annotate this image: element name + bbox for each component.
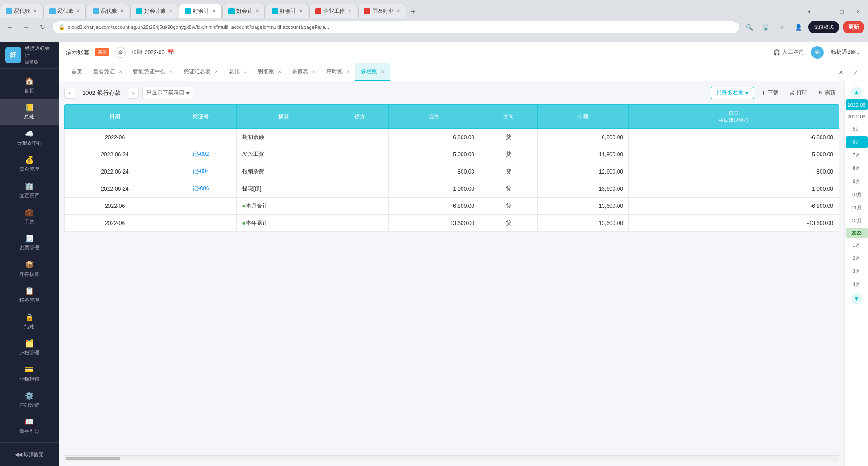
page-tab-general-ledger[interactable]: 总账✕ [223, 63, 252, 81]
page-tab-multi-column[interactable]: 多栏账✕ [355, 63, 390, 81]
browser-tab-4[interactable]: 好会计账 ✕ [130, 4, 178, 18]
page-tab-smart-center[interactable]: 智能凭证中心✕ [127, 63, 178, 81]
update-btn[interactable]: 更新 [843, 21, 864, 33]
browser-tab-3[interactable]: 易代账 ✕ [87, 4, 129, 18]
profile-icon[interactable]: 👤 [792, 21, 805, 33]
sidebar-item-close[interactable]: 🔒 结账 [0, 308, 59, 334]
service-btn[interactable]: 🎧 人工咨询 [774, 48, 804, 56]
sidebar-item-member[interactable]: 👤 畅会员 [0, 439, 59, 442]
page-tab-balance-table[interactable]: 余额表✕ [287, 63, 321, 81]
page-tab-close-multi-column[interactable]: ✕ [381, 69, 384, 74]
star-icon[interactable]: ☆ [776, 21, 788, 33]
close-panel-icon[interactable]: ✕ [835, 67, 846, 78]
date-nav-item[interactable]: 5月 [846, 123, 868, 135]
tab-close-btn[interactable]: ✕ [396, 9, 400, 14]
page-tab-close-sequence-account[interactable]: ✕ [346, 69, 350, 74]
date-nav-item[interactable]: 8月 [846, 162, 868, 174]
date-nav-item[interactable]: 12月 [846, 215, 868, 227]
page-tab-close-voucher-view[interactable]: ✕ [118, 69, 122, 74]
scroll-down-btn[interactable]: ▼ [851, 293, 862, 304]
sidebar-item-invoice[interactable]: 🧾 发票管理 [0, 230, 59, 256]
horizontal-scrollbar[interactable] [64, 455, 839, 461]
page-tab-voucher-view[interactable]: 查看凭证✕ [88, 63, 127, 81]
browser-tab-7[interactable]: 好会计 ✕ [266, 4, 308, 18]
url-bar[interactable]: 🔒 cloud2.chanjet.com/accounting/uh26t264… [52, 21, 740, 33]
tab-close-btn[interactable]: ✕ [255, 9, 259, 14]
tab-close-btn[interactable]: ✕ [299, 9, 302, 14]
tab-close-btn[interactable]: ✕ [33, 9, 37, 14]
tab-list-btn[interactable]: ▾ [803, 5, 816, 18]
voucher-link[interactable]: 记-006 [165, 180, 237, 198]
page-tab-voucher-summary[interactable]: 凭证汇总表✕ [178, 63, 223, 81]
browser-tab-8[interactable]: 企业工作 ✕ [309, 4, 357, 18]
page-tab-close-detail-ledger[interactable]: ✕ [278, 69, 281, 74]
sidebar-item-home[interactable]: 🏠 首页 [0, 72, 59, 99]
sidebar-item-fixed-assets[interactable]: 🏢 固定资产 [0, 177, 59, 203]
sidebar-item-salary[interactable]: 💼 工资 [0, 203, 59, 230]
cast-icon[interactable]: 📡 [760, 21, 772, 33]
sidebar-item-tax[interactable]: 📋 税务管理 [0, 282, 59, 308]
tab-close-btn[interactable]: ✕ [348, 9, 351, 14]
tab-close-btn[interactable]: ✕ [120, 9, 123, 14]
date-nav-item[interactable]: 9月 [846, 175, 868, 188]
page-tab-close-smart-center[interactable]: ✕ [169, 69, 173, 74]
date-nav-item[interactable]: 4月 [846, 278, 868, 291]
back-btn[interactable]: ← [4, 21, 16, 33]
page-tab-close-voucher-summary[interactable]: ✕ [214, 69, 218, 74]
scroll-thumb[interactable] [66, 457, 120, 460]
browser-tab-9[interactable]: 用友好业 ✕ [358, 4, 406, 18]
minimize-btn[interactable]: — [819, 5, 832, 18]
scroll-up-btn[interactable]: ▲ [851, 87, 862, 98]
browser-tab-2[interactable]: 易代账 ✕ [43, 4, 86, 18]
reload-btn[interactable]: ↻ [36, 21, 49, 33]
tab-close-btn[interactable]: ✕ [212, 9, 216, 14]
page-tab-close-balance-table[interactable]: ✕ [312, 69, 316, 74]
calendar-icon[interactable]: 📅 [167, 49, 174, 56]
sidebar-item-general-ledger[interactable]: 📒 总账 [0, 99, 59, 125]
sidebar-item-cloud-report[interactable]: ☁️ 云报表中心 [0, 125, 59, 151]
search-icon[interactable]: 🔍 [743, 21, 756, 33]
browser-tab-6[interactable]: 好会计 ✕ [222, 4, 265, 18]
new-tab-btn[interactable]: + [407, 5, 420, 18]
special-multicolumn-btn[interactable]: 特殊多栏账 ▾ [711, 87, 754, 99]
date-nav-item[interactable]: 2022.06 [846, 111, 868, 122]
sidebar-item-expense[interactable]: 💳 小畅报销 [0, 361, 59, 387]
expand-panel-icon[interactable]: ⤢ [850, 67, 861, 78]
sidebar-item-inventory[interactable]: 📦 库存核算 [0, 256, 59, 282]
date-nav-item[interactable]: 10月 [846, 188, 868, 201]
date-nav-item[interactable]: 6月 [846, 136, 868, 148]
unpin-btn[interactable]: ◀◀ 取消固定 [0, 447, 59, 461]
page-tab-detail-ledger[interactable]: 明细账✕ [252, 63, 287, 81]
date-nav-item[interactable]: 2022.06 [846, 99, 868, 110]
voucher-link[interactable]: 记-004 [165, 163, 237, 180]
tab-close-btn[interactable]: ✕ [76, 9, 80, 14]
prev-account-btn[interactable]: ‹ [64, 88, 75, 99]
next-account-btn[interactable]: › [128, 88, 139, 99]
date-nav-item[interactable]: 2月 [846, 252, 868, 264]
tab-close-btn[interactable]: ✕ [169, 9, 172, 14]
date-nav-item[interactable]: 11月 [846, 202, 868, 214]
page-tab-sequence-account[interactable]: 序时账✕ [321, 63, 355, 81]
incognito-btn[interactable]: 无痕模式 [808, 21, 839, 33]
download-btn[interactable]: ⬇ 下载 [758, 87, 782, 99]
date-nav-item[interactable]: 7月 [846, 149, 868, 161]
voucher-link[interactable]: 记-002 [165, 146, 237, 163]
sidebar-item-guide[interactable]: 📖 新手引导 [0, 413, 59, 439]
browser-tab-5[interactable]: 好会计 ✕ [179, 4, 222, 18]
sidebar-item-settings[interactable]: ⚙️ 基础设置 [0, 387, 59, 413]
filter-dropdown[interactable]: 只显示下级科目 ▾ [142, 87, 193, 99]
page-tab-home[interactable]: 首页 [66, 63, 88, 81]
refresh-btn[interactable]: ↻ 刷新 [815, 87, 839, 99]
close-window-btn[interactable]: ✕ [852, 5, 864, 18]
date-nav-item[interactable]: 1月 [846, 239, 868, 251]
forward-btn[interactable]: → [20, 21, 33, 33]
sidebar-item-archive[interactable]: 🗂️ 归档管理 [0, 334, 59, 361]
page-tab-close-general-ledger[interactable]: ✕ [243, 69, 247, 74]
date-nav-item[interactable]: 3月 [846, 265, 868, 278]
date-nav-item[interactable]: 2023 [846, 228, 868, 238]
sidebar-item-fund[interactable]: 💰 资金管理 [0, 151, 59, 177]
browser-tab-1[interactable]: 易代账 ✕ [0, 4, 42, 18]
print-btn[interactable]: 🖨 打印 [786, 87, 811, 99]
maximize-btn[interactable]: □ [835, 5, 848, 18]
settings-icon[interactable]: ⚙ [115, 47, 126, 58]
